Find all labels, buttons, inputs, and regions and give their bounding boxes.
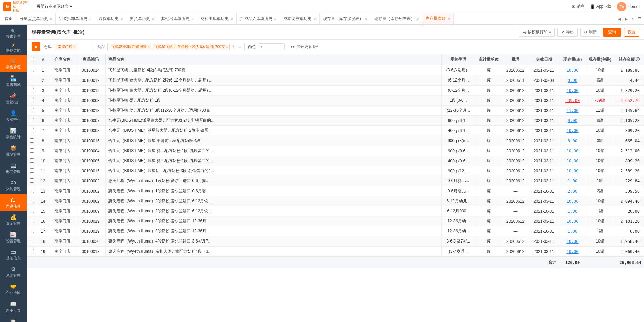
td-qty[interactable]: 10.00 [559, 146, 586, 156]
sidebar-item-ecommerce[interactable]: 💻 电商管理 [0, 160, 27, 177]
td-qty[interactable]: 10.00 [559, 65, 586, 75]
tab-close-10[interactable]: × [417, 17, 419, 21]
select-all-checkbox[interactable] [30, 57, 34, 61]
tab-close-1[interactable]: × [50, 17, 52, 21]
td-check[interactable] [27, 186, 37, 196]
username-label[interactable]: demo2 [628, 4, 641, 9]
sidebar-item-corp[interactable]: 🤝 企业协同 [0, 281, 27, 298]
filter-expand-left-btn[interactable]: ▶ [32, 42, 40, 51]
sidebar-search[interactable]: 🔍 搜索菜单 [0, 27, 27, 41]
td-check[interactable] [27, 146, 37, 156]
td-qty[interactable]: 10.00 [559, 236, 586, 247]
sidebar-quicknav[interactable]: ⚡ 快捷导航 [0, 41, 27, 55]
sidebar-item-apps[interactable]: 🔲 应用中心 [0, 316, 27, 322]
tab-8[interactable]: 成本调整单历史 × [280, 13, 319, 24]
refresh-btn[interactable]: ↺ 刷新 [580, 28, 600, 37]
td-check[interactable] [27, 96, 37, 106]
tab-close-8[interactable]: × [314, 17, 316, 21]
tab-close-4[interactable]: × [152, 17, 154, 21]
sidebar-item-retail-shop[interactable]: 🏪 零售商城 [0, 72, 27, 90]
sidebar-item-guide[interactable]: 📖 新手引导 [0, 298, 27, 316]
tab-close-11[interactable]: × [448, 17, 450, 21]
td-check[interactable] [27, 106, 37, 116]
warehouse-tag-remove-0[interactable]: × [73, 45, 75, 49]
sidebar-item-member[interactable]: 👤 会员中心 [0, 107, 27, 125]
tab-10[interactable]: 现存量（库存分布表） × [371, 13, 422, 24]
td-check[interactable] [27, 216, 37, 226]
tab-5[interactable]: 其他出库单历史 × [158, 13, 197, 24]
tab-4[interactable]: 要货单历史 × [126, 13, 158, 24]
tab-3[interactable]: 调拨单历史 × [95, 13, 126, 24]
td-qty[interactable]: 3.00 [559, 136, 586, 146]
product-tag-remove-1[interactable]: × [226, 45, 228, 49]
tab-next-btn[interactable]: ▶ [623, 13, 629, 25]
td-check[interactable] [27, 226, 37, 236]
tab-9[interactable]: 现存量（库存状况表） × [320, 13, 371, 24]
td-check[interactable] [27, 166, 37, 176]
td-check[interactable] [27, 206, 37, 216]
td-check[interactable] [27, 65, 37, 75]
expand-conditions-btn[interactable]: ▾▾ 展开更多条件 [288, 43, 323, 51]
sidebar-item-ops[interactable]: 📈 经营管理 [0, 229, 27, 246]
td-check[interactable] [27, 247, 37, 257]
sidebar-item-wholesale[interactable]: 📦 批发管理 [0, 142, 27, 160]
tab-close-7[interactable]: × [274, 17, 276, 21]
app-download-btn[interactable]: 📱 App下载 [590, 4, 611, 9]
td-qty[interactable]: 1.00 [559, 206, 586, 216]
td-check[interactable] [27, 116, 37, 126]
tab-2[interactable]: 组装拆卸单历史 × [56, 13, 95, 24]
td-qty[interactable]: 9.00 [559, 116, 586, 126]
td-qty[interactable]: 1.00 [559, 226, 586, 236]
product-tag-remove-0[interactable]: × [148, 45, 150, 49]
td-qty[interactable]: 2.00 [559, 186, 586, 196]
color-tag-container[interactable]: ▾ [258, 43, 285, 50]
tab-close-6[interactable]: × [231, 17, 233, 21]
td-check[interactable] [27, 75, 37, 86]
tab-menu-btn[interactable]: ☰ [636, 13, 643, 25]
sidebar-item-finance[interactable]: 💰 资金管理 [0, 211, 27, 229]
settings-btn[interactable]: 设置 [624, 28, 639, 37]
sidebar-item-marketing[interactable]: 📣 营销推广 [0, 90, 27, 107]
template-print-btn[interactable]: 🖨 按模板打印 ▾ [519, 28, 555, 37]
sidebar-item-system[interactable]: ⚙ 系统管理 [0, 263, 27, 281]
td-check[interactable] [27, 136, 37, 146]
td-check[interactable] [27, 176, 37, 186]
warehouse-tag-container[interactable]: 南岸门店 × ... [54, 43, 94, 51]
td-qty[interactable]: 0.00 [559, 75, 586, 86]
td-qty[interactable]: 1.00 [559, 176, 586, 186]
sidebar-item-base[interactable]: 🗃 基础信息 [0, 246, 27, 263]
td-check[interactable] [27, 196, 37, 206]
td-qty[interactable]: 11.00 [559, 106, 586, 116]
tab-prev-btn[interactable]: ◀ [616, 13, 623, 25]
sidebar-item-purchase[interactable]: 🛍 采购管理 [0, 177, 27, 194]
tab-close-9[interactable]: × [365, 17, 367, 21]
tab-home[interactable]: 首页 [1, 13, 16, 24]
td-check[interactable] [27, 126, 37, 136]
td-check[interactable] [27, 156, 37, 166]
query-btn[interactable]: 查询 [603, 28, 621, 37]
td-check[interactable] [27, 236, 37, 247]
td-qty[interactable]: 10.00 [559, 126, 586, 136]
tab-close-2[interactable]: × [89, 17, 91, 21]
export-btn[interactable]: ↗ 导出 [557, 28, 578, 37]
tab-11[interactable]: 库存批次账 × [422, 13, 453, 24]
sidebar-item-retail-stat[interactable]: 📊 零售统计 [0, 125, 27, 142]
sidebar-item-retail-mgmt[interactable]: 🛒 零售管理 [0, 55, 27, 72]
tab-6[interactable]: 材料出库单历史 × [197, 13, 236, 24]
product-tag-container[interactable]: 飞鹤奶粉3段四罐捆装 × 飞鹤星飞帆 儿童奶粉 4段(3-6岁适用) 700克 … [107, 43, 245, 51]
td-qty[interactable]: 10.00 [559, 216, 586, 226]
message-btn[interactable]: ✉ 消息 [572, 4, 585, 9]
tab-1[interactable]: 分量盘点单历史 × [16, 13, 56, 24]
td-qty[interactable]: 10.00 [559, 86, 586, 96]
td-qty[interactable]: 10.00 [559, 247, 586, 257]
tab-close-5[interactable]: × [192, 17, 194, 21]
sidebar-item-inventory[interactable]: 🗂 库存核算 [0, 194, 27, 211]
td-check[interactable] [27, 86, 37, 96]
tab-close-3[interactable]: × [121, 17, 123, 21]
td-qty[interactable]: 10.00 [559, 166, 586, 176]
tab-close-all-btn[interactable]: × [629, 13, 636, 25]
tab-7[interactable]: 产成品入库单历史 × [237, 13, 280, 24]
td-qty[interactable]: 10.00 [559, 196, 586, 206]
td-qty[interactable]: -39.00 [559, 96, 586, 106]
td-qty[interactable]: 10.00 [559, 156, 586, 166]
